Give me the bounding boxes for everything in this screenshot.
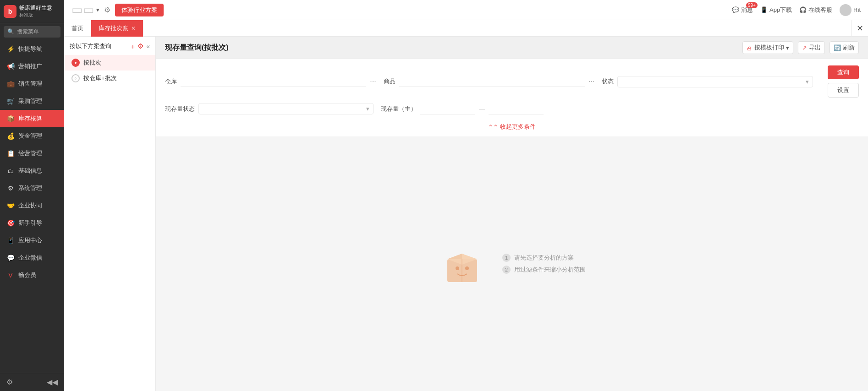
tip-2-text: 用过滤条件来缩小分析范围: [514, 266, 586, 274]
page-actions: 🖨 按模板打印 ▾ ↗ 导出 🔄 刷新: [742, 41, 859, 54]
search-icon: 🔍: [7, 28, 14, 35]
chevron-down-icon: ▾: [96, 6, 99, 13]
settings-button[interactable]: 设置: [828, 83, 859, 98]
sidebar-item-enterprise[interactable]: 🤝 企业协同: [0, 197, 64, 214]
status-field: 状态 ▾: [602, 76, 813, 87]
topbar-dropdown[interactable]: ▭▭ ▾: [71, 3, 99, 17]
sidebar-item-label: 快捷导航: [18, 45, 42, 53]
tip-2-num: 2: [502, 266, 511, 274]
app-logo: b: [4, 5, 16, 18]
stock-status-field: 现存量状态 ▾: [165, 103, 374, 114]
sidebar-item-label: 企业微信: [18, 254, 42, 262]
left-panel-actions: + ⚙ «: [131, 42, 150, 50]
sidebar-item-member[interactable]: V 畅会员: [0, 266, 64, 284]
product-label: 商品: [384, 77, 396, 86]
warehouse-field: 仓库 ···: [165, 76, 376, 87]
collapse-panel-icon[interactable]: «: [146, 43, 150, 50]
page-title: 现存量查询(按批次): [165, 43, 229, 53]
export-btn[interactable]: ↗ 导出: [798, 41, 825, 54]
action-buttons: 查询 设置: [828, 65, 859, 98]
tab-close-icon[interactable]: ✕: [131, 25, 136, 32]
refresh-label: 刷新: [843, 43, 855, 52]
user-avatar-area[interactable]: Rit: [840, 4, 861, 16]
sidebar-item-finance[interactable]: 💰 资金管理: [0, 127, 64, 145]
tip-1-text: 请先选择要分析的方案: [514, 254, 574, 262]
topbar: ▭▭ ▾ ⚙ 体验行业方案 💬 消息 99+ 📱 App下载 🎧 在线客服: [64, 0, 868, 20]
sidebar-item-apps[interactable]: 📱 应用中心: [0, 232, 64, 249]
add-scheme-icon[interactable]: +: [131, 43, 135, 50]
purchase-icon: 🛒: [6, 97, 15, 105]
sidebar-item-system[interactable]: ⚙ 系统管理: [0, 179, 64, 197]
stock-qty-from-input[interactable]: [420, 103, 475, 114]
tab-home[interactable]: 首页: [64, 20, 91, 37]
sidebar-item-label: 新手引导: [18, 219, 42, 227]
scheme-item-warehouse-batch[interactable]: ○ 按仓库+批次: [64, 71, 155, 86]
sidebar-nav: ⚡ 快捷导航 📢 营销推广 💼 销售管理 🛒 采购管理 📦 库存核算 💰 资金管…: [0, 40, 64, 373]
tabs-close-btn[interactable]: ✕: [852, 20, 868, 37]
sidebar-item-operation[interactable]: 📋 经营管理: [0, 145, 64, 162]
online-service-btn[interactable]: 🎧 在线客服: [799, 6, 832, 14]
collapse-btn[interactable]: ⌃⌃ 收起更多条件: [165, 120, 859, 134]
sidebar-item-label: 系统管理: [18, 184, 42, 192]
stock-qty-dash: —: [479, 105, 485, 112]
marketing-icon: 📢: [6, 62, 15, 71]
export-icon: ↗: [802, 44, 807, 51]
trial-btn[interactable]: 体验行业方案: [115, 4, 164, 16]
sidebar-item-label: 畅会员: [18, 271, 36, 279]
status-select[interactable]: ▾: [617, 76, 813, 87]
sidebar-item-label: 库存核算: [18, 114, 42, 123]
search-menu[interactable]: 🔍 搜索菜单: [4, 26, 60, 38]
footer-settings-icon[interactable]: ⚙: [6, 378, 13, 386]
footer-collapse-icon[interactable]: ◀◀: [47, 378, 58, 386]
topbar-settings-icon[interactable]: ⚙: [104, 5, 110, 14]
refresh-btn[interactable]: 🔄 刷新: [830, 41, 859, 54]
sidebar-item-label: 经营管理: [18, 149, 42, 157]
sidebar-item-label: 企业协同: [18, 201, 42, 210]
scheme-item-batch[interactable]: ● 按批次: [64, 55, 155, 71]
empty-box-svg: [440, 241, 486, 287]
content-area: 按以下方案查询 + ⚙ « ● 按批次 ○ 按仓库+批次 现存量查询(按批次): [64, 37, 868, 391]
search-menu-label: 搜索菜单: [17, 28, 39, 36]
inventory-icon: 📦: [6, 114, 15, 123]
filter-row-1: 仓库 ··· 商品 ··· 状态 ▾: [165, 65, 859, 98]
collapse-label: 收起更多条件: [500, 123, 536, 131]
empty-tips: 1 请先选择要分析的方案 2 用过滤条件来缩小分析范围: [502, 254, 586, 274]
app-name: 畅康通好生意: [19, 5, 52, 12]
sidebar-item-guide[interactable]: 🎯 新手引导: [0, 214, 64, 232]
sidebar-item-purchase[interactable]: 🛒 采购管理: [0, 92, 64, 110]
sidebar-item-basic[interactable]: 🗂 基础信息: [0, 162, 64, 179]
product-more-icon[interactable]: ···: [588, 77, 594, 86]
message-icon: 💬: [732, 6, 739, 13]
stock-qty-to-input[interactable]: [489, 103, 544, 114]
warehouse-more-icon[interactable]: ···: [370, 77, 376, 86]
tab-batch-account[interactable]: 库存批次账 ✕: [91, 20, 143, 37]
sidebar-item-shortcut[interactable]: ⚡ 快捷导航: [0, 40, 64, 58]
sidebar-item-label: 营销推广: [18, 62, 42, 71]
print-chevron-icon[interactable]: ▾: [786, 44, 789, 51]
page-header: 现存量查询(按批次) 🖨 按模板打印 ▾ ↗ 导出 🔄 刷新: [156, 37, 868, 59]
sidebar-item-sales[interactable]: 💼 销售管理: [0, 75, 64, 92]
finance-icon: 💰: [6, 132, 15, 140]
sidebar-item-wechat[interactable]: 💬 企业微信: [0, 249, 64, 266]
scheme-batch-label: 按批次: [83, 59, 101, 67]
messages-btn[interactable]: 💬 消息 99+: [732, 6, 753, 14]
print-btn[interactable]: 🖨 按模板打印 ▾: [742, 41, 793, 54]
empty-tip-1: 1 请先选择要分析的方案: [502, 254, 586, 262]
empty-content: 1 请先选择要分析的方案 2 用过滤条件来缩小分析范围: [438, 239, 586, 289]
export-label: 导出: [809, 43, 821, 52]
basic-icon: 🗂: [6, 167, 15, 175]
left-panel-header: 按以下方案查询 + ⚙ «: [64, 42, 155, 55]
refresh-icon: 🔄: [834, 44, 841, 51]
settings-scheme-icon[interactable]: ⚙: [137, 42, 143, 50]
warehouse-label: 仓库: [165, 77, 177, 86]
app-download-btn[interactable]: 📱 App下载: [760, 6, 792, 14]
stock-qty-field: 现存量（主） —: [381, 103, 589, 114]
scheme-active-icon: ●: [71, 59, 80, 67]
query-button[interactable]: 查询: [828, 65, 859, 79]
product-input[interactable]: [399, 76, 585, 87]
stock-status-label: 现存量状态: [165, 105, 195, 113]
sidebar-item-inventory[interactable]: 📦 库存核算: [0, 110, 64, 127]
stock-status-select[interactable]: ▾: [198, 103, 374, 114]
sidebar-item-marketing[interactable]: 📢 营销推广: [0, 58, 64, 75]
warehouse-input[interactable]: [181, 76, 366, 87]
